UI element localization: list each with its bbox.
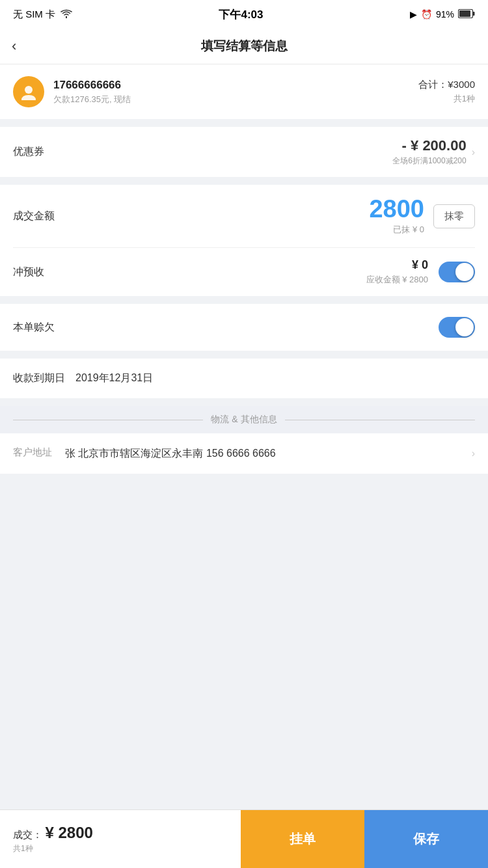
- coupon-amount: - ¥ 200.00: [392, 137, 466, 154]
- status-bar: 无 SIM 卡 下午4:03 ▶ ⏰ 91%: [0, 0, 488, 29]
- due-date-section: 收款到期日 2019年12月31日: [0, 359, 488, 398]
- battery-icon: [458, 9, 475, 20]
- coupon-detail: - ¥ 200.00 全场6折满1000减200: [392, 137, 466, 167]
- arrears-row: 本单赊欠: [0, 304, 488, 351]
- address-value: 张 北京市市辖区海淀区永丰南 156 6666 6666: [65, 445, 459, 462]
- bottom-deal-amount: ¥ 2800: [45, 824, 92, 841]
- alarm-icon: ⏰: [421, 9, 432, 20]
- address-chevron-icon: ›: [472, 445, 475, 459]
- save-button[interactable]: 保存: [364, 810, 488, 868]
- arrears-section: 本单赊欠: [0, 304, 488, 351]
- user-info: 17666666666 欠款1276.35元, 现结: [53, 79, 131, 105]
- bottom-bar: 成交： ¥ 2800 共1种 挂单 保存: [0, 809, 488, 868]
- svg-rect-2: [459, 10, 470, 17]
- user-total: 合计：¥3000 共1种: [418, 79, 475, 105]
- due-date-value: 2019年12月31日: [75, 372, 153, 385]
- total-label: 合计：¥3000: [418, 79, 475, 91]
- erase-button[interactable]: 抹零: [433, 204, 475, 228]
- status-left: 无 SIM 卡: [13, 8, 72, 21]
- user-left: 17666666666 欠款1276.35元, 现结: [13, 76, 131, 107]
- nav-bar: ‹ 填写结算等信息: [0, 29, 488, 64]
- arrears-label: 本单赊欠: [13, 321, 55, 334]
- coupon-label: 优惠券: [13, 145, 44, 159]
- deal-amount-block: 2800 已抹 ¥ 0: [369, 197, 424, 236]
- user-section: 17666666666 欠款1276.35元, 现结 合计：¥3000 共1种: [0, 64, 488, 119]
- back-button[interactable]: ‹: [12, 38, 16, 55]
- deal-section: 成交金额 2800 已抹 ¥ 0 抹零 冲预收 ¥ 0 应收金额 ¥ 2800: [0, 185, 488, 296]
- deal-right: 2800 已抹 ¥ 0 抹零: [369, 197, 475, 236]
- status-time: 下午4:03: [219, 7, 263, 22]
- gray-fill: [0, 474, 488, 552]
- svg-rect-1: [472, 12, 474, 16]
- prepaid-amount: ¥ 0: [366, 258, 428, 272]
- logistics-label: 物流 & 其他信息: [211, 414, 277, 426]
- coupon-right: - ¥ 200.00 全场6折满1000减200 ›: [392, 137, 475, 167]
- logistics-separator: 物流 & 其他信息: [0, 406, 488, 433]
- wifi-icon: [61, 9, 72, 20]
- prepaid-toggle[interactable]: [439, 262, 475, 282]
- bottom-summary: 成交： ¥ 2800 共1种: [0, 810, 241, 868]
- svg-point-3: [25, 86, 33, 94]
- arrears-toggle[interactable]: [439, 317, 475, 338]
- deal-erased: 已抹 ¥ 0: [369, 224, 424, 236]
- sep-line-left: [13, 420, 203, 420]
- prepaid-label: 冲预收: [13, 265, 44, 279]
- coupon-row[interactable]: 优惠券 - ¥ 200.00 全场6折满1000减200 ›: [0, 127, 488, 177]
- location-icon: ▶: [410, 9, 417, 20]
- due-date-label: 收款到期日: [13, 372, 65, 385]
- total-count: 共1种: [418, 93, 475, 105]
- address-row[interactable]: 客户地址 张 北京市市辖区海淀区永丰南 156 6666 6666 ›: [0, 433, 488, 474]
- status-right: ▶ ⏰ 91%: [410, 9, 475, 20]
- coupon-chevron-icon: ›: [472, 146, 475, 158]
- sim-label: 无 SIM 卡: [13, 8, 55, 21]
- deal-amount: 2800: [369, 197, 424, 221]
- prepaid-row: 冲预收 ¥ 0 应收金额 ¥ 2800: [0, 248, 488, 296]
- nav-title: 填写结算等信息: [201, 38, 288, 55]
- bottom-count: 共1种: [13, 843, 228, 854]
- avatar: [13, 76, 44, 107]
- bottom-deal-label: 成交：: [13, 829, 42, 840]
- bottom-total-line: 成交： ¥ 2800: [13, 824, 228, 842]
- hold-button[interactable]: 挂单: [241, 810, 364, 868]
- user-sub: 欠款1276.35元, 现结: [53, 94, 131, 105]
- coupon-desc: 全场6折满1000减200: [392, 156, 466, 167]
- prepaid-right: ¥ 0 应收金额 ¥ 2800: [366, 258, 475, 286]
- prepaid-values: ¥ 0 应收金额 ¥ 2800: [366, 258, 428, 286]
- deal-row: 成交金额 2800 已抹 ¥ 0 抹零: [0, 185, 488, 247]
- sep-line-right: [285, 420, 475, 420]
- prepaid-due: 应收金额 ¥ 2800: [366, 274, 428, 286]
- content: 17666666666 欠款1276.35元, 现结 合计：¥3000 共1种 …: [0, 64, 488, 617]
- user-phone: 17666666666: [53, 79, 131, 92]
- deal-label: 成交金额: [13, 210, 55, 223]
- battery-percent: 91%: [436, 9, 454, 20]
- address-label: 客户地址: [13, 445, 52, 459]
